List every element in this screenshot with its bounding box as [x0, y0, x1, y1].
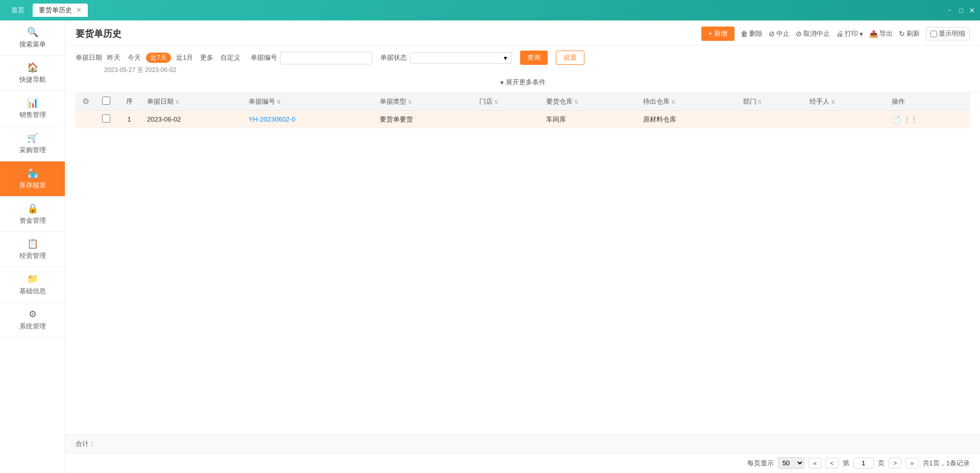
first-page-btn[interactable]: « — [808, 458, 821, 468]
row-doctype-cell: 要货单要货 — [375, 111, 474, 128]
display-detail-checkbox[interactable] — [930, 31, 937, 37]
expand-more-button[interactable]: ▾ 展开更多条件 — [76, 78, 970, 87]
basic-info-icon: 📁 — [27, 273, 38, 285]
select-all-checkbox[interactable] — [102, 97, 110, 105]
col-handler-header[interactable]: 经手人 — [804, 92, 886, 111]
docno-filter-label: 单据编号 — [251, 53, 277, 62]
date-shortcuts: 昨天 今天 近7天 近1月 更多 自定义 — [105, 53, 242, 63]
col-num-header: 序 — [116, 92, 142, 111]
stop-icon: ⊘ — [769, 30, 775, 38]
date-range-display: 2023-05-27 至 2023-06-02 — [104, 66, 970, 75]
refresh-icon: ↻ — [899, 30, 905, 38]
col-actions-header: 操作 — [887, 92, 970, 111]
export-icon: 📤 — [869, 30, 878, 38]
footer-total-label: 合计： — [76, 440, 95, 447]
cancel-stop-button[interactable]: ⊘ 取消中止 — [796, 29, 830, 38]
col-doctype-header[interactable]: 单据类型 — [375, 92, 474, 111]
table-settings-icon[interactable]: ⚙ — [82, 97, 89, 106]
sidebar-label-inventory: 库存核算 — [19, 181, 46, 190]
sidebar-label-sales: 销售管理 — [19, 110, 46, 120]
sidebar-item-search[interactable]: 🔍 搜索菜单 — [0, 20, 65, 56]
next-page-btn[interactable]: > — [889, 458, 902, 468]
tab-close-icon[interactable]: ✕ — [76, 6, 82, 14]
sidebar-label-search: 搜索菜单 — [19, 40, 46, 49]
col-docno-header[interactable]: 单据编号 — [243, 92, 375, 111]
sidebar-item-sales[interactable]: 📊 销售管理 — [0, 91, 65, 126]
expand-label: 展开更多条件 — [506, 78, 546, 87]
col-settings: ⚙ — [76, 92, 96, 111]
purchase-icon: 🛒 — [27, 132, 38, 144]
row-store-cell — [474, 111, 541, 128]
row-more-icon[interactable]: ⋮⋮ — [903, 115, 918, 124]
refresh-label: 刷新 — [906, 29, 920, 38]
status-select[interactable]: ▾ — [410, 52, 512, 64]
sidebar-item-inventory[interactable]: 🏪 库存核算 — [0, 161, 65, 197]
date-1month[interactable]: 近1月 — [174, 53, 195, 63]
sidebar-label-basic-info: 基础信息 — [19, 287, 46, 296]
sidebar-item-purchase[interactable]: 🛒 采购管理 — [0, 126, 65, 161]
delete-button[interactable]: 🗑 删除 — [741, 29, 763, 38]
stop-label: 中止 — [776, 29, 790, 38]
docno-filter: 单据编号 — [251, 52, 372, 64]
date-yesterday[interactable]: 昨天 — [105, 53, 122, 63]
delete-icon: 🗑 — [741, 30, 748, 38]
row-dept-cell — [738, 111, 805, 128]
export-label: 导出 — [879, 29, 893, 38]
cancel-stop-icon: ⊘ — [796, 30, 802, 38]
sidebar-item-quick-nav[interactable]: 🏠 快捷导航 — [0, 56, 65, 91]
display-detail-button[interactable]: 显示明细 — [926, 27, 970, 40]
sidebar-item-system[interactable]: ⚙ 系统管理 — [0, 302, 65, 338]
row-checkbox[interactable] — [102, 114, 110, 123]
minimize-icon[interactable]: － — [946, 6, 953, 15]
sidebar: 🔍 搜索菜单 🏠 快捷导航 📊 销售管理 🛒 采购管理 🏪 库存核算 🔒 资金管… — [0, 20, 65, 473]
sidebar-item-operations[interactable]: 📋 经营管理 — [0, 232, 65, 267]
date-more[interactable]: 更多 — [198, 53, 215, 63]
close-icon[interactable]: ✕ — [969, 7, 975, 14]
expand-icon: ▾ — [500, 79, 504, 86]
tab-requisition-history[interactable]: 要货单历史 ✕ — [33, 4, 88, 17]
row-docdate-cell: 2023-06-02 — [142, 111, 243, 128]
page-header: 要货单历史 + 新增 🗑 删除 ⊘ 中止 ⊘ 取消中止 🖨 打印 — [65, 20, 980, 45]
tab-home[interactable]: 首页 — [5, 4, 31, 17]
settings-button[interactable]: 设置 — [556, 51, 584, 65]
sidebar-item-finance[interactable]: 🔒 资金管理 — [0, 197, 65, 232]
col-store-header[interactable]: 门店 — [474, 92, 541, 111]
row-settings-cell — [76, 111, 96, 128]
refresh-button[interactable]: ↻ 刷新 — [899, 29, 920, 38]
col-pendingwarehouse-header[interactable]: 待出仓库 — [638, 92, 738, 111]
table-body: 1 2023-06-02 YH-20230602-0 要货单要货 车间库 原材料… — [76, 111, 970, 128]
docno-input[interactable] — [280, 52, 372, 64]
print-button[interactable]: 🖨 打印 ▾ — [836, 29, 863, 38]
data-table: ⚙ 序 单据日期 单据编号 单据类型 门店 要货仓库 待出仓库 部门 经手人 — [76, 92, 970, 128]
row-checkbox-cell — [96, 111, 116, 128]
sidebar-label-quick-nav: 快捷导航 — [19, 75, 46, 84]
sales-icon: 📊 — [27, 97, 38, 108]
finance-icon: 🔒 — [27, 203, 38, 214]
date-7days[interactable]: 近7天 — [146, 53, 171, 63]
tab-bar: 首页 要货单历史 ✕ — [5, 4, 946, 17]
col-docdate-header[interactable]: 单据日期 — [142, 92, 243, 111]
header-actions: + 新增 🗑 删除 ⊘ 中止 ⊘ 取消中止 🖨 打印 ▾ — [701, 27, 970, 41]
col-reqwarehouse-header[interactable]: 要货仓库 — [541, 92, 638, 111]
query-button[interactable]: 查询 — [520, 51, 548, 65]
export-button[interactable]: 📤 导出 — [869, 29, 893, 38]
stop-button[interactable]: ⊘ 中止 — [769, 29, 790, 38]
status-dropdown-icon: ▾ — [504, 54, 507, 62]
print-icon: 🖨 — [836, 30, 843, 38]
col-dept-header[interactable]: 部门 — [738, 92, 805, 111]
last-page-btn[interactable]: » — [905, 458, 918, 468]
page-size-select[interactable]: 50 10 20 100 — [778, 457, 804, 469]
date-today[interactable]: 今天 — [126, 53, 143, 63]
sidebar-item-basic-info[interactable]: 📁 基础信息 — [0, 267, 65, 302]
row-pendingwarehouse-cell: 原材料仓库 — [638, 111, 738, 128]
page-number-input[interactable] — [853, 458, 874, 468]
row-edit-icon[interactable]: 📄 — [892, 115, 900, 124]
table-area: ⚙ 序 单据日期 单据编号 单据类型 门店 要货仓库 待出仓库 部门 经手人 — [65, 92, 980, 435]
row-docno-link[interactable]: YH-20230602-0 — [249, 115, 296, 123]
new-button[interactable]: + 新增 — [701, 27, 734, 41]
prev-page-btn[interactable]: < — [825, 458, 839, 468]
print-dropdown-icon: ▾ — [860, 30, 863, 38]
date-custom[interactable]: 自定义 — [218, 53, 242, 63]
maximize-icon[interactable]: □ — [959, 7, 963, 14]
sidebar-label-operations: 经营管理 — [19, 251, 46, 261]
